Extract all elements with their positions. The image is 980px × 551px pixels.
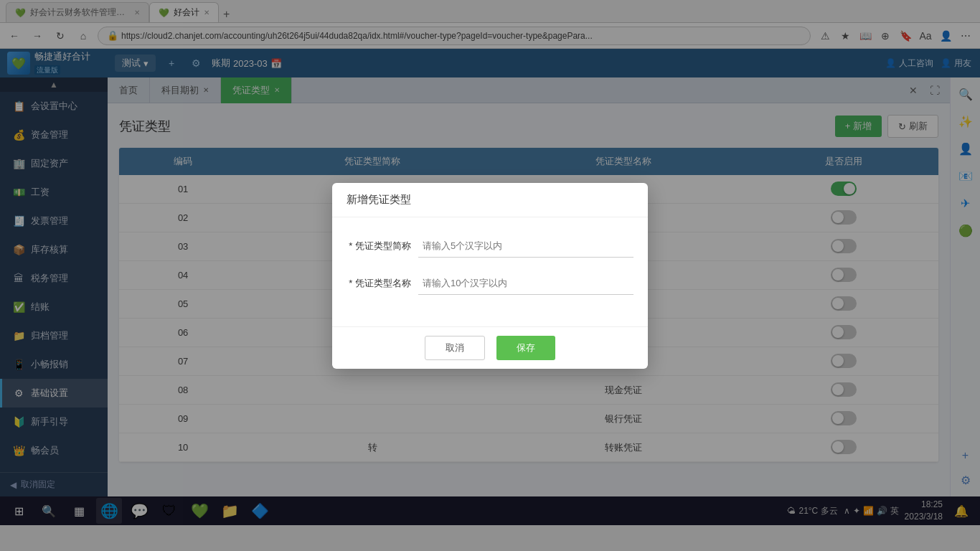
- modal-footer: 取消 保存: [332, 326, 648, 369]
- name-form-row: * 凭证类型名称: [347, 272, 633, 295]
- name-label: * 凭证类型名称: [347, 277, 411, 290]
- modal-header: 新增凭证类型: [332, 183, 648, 217]
- abbr-label: * 凭证类型简称: [347, 240, 411, 253]
- abbr-form-row: * 凭证类型简称: [347, 235, 633, 258]
- modal-overlay: 新增凭证类型 * 凭证类型简称 * 凭证类型名称 取消 保存: [0, 0, 980, 551]
- cancel-button[interactable]: 取消: [425, 336, 485, 360]
- modal-title: 新增凭证类型: [347, 193, 411, 205]
- add-voucher-type-modal: 新增凭证类型 * 凭证类型简称 * 凭证类型名称 取消 保存: [332, 183, 648, 369]
- save-button[interactable]: 保存: [496, 336, 555, 360]
- name-input[interactable]: [418, 272, 633, 295]
- modal-body: * 凭证类型简称 * 凭证类型名称: [332, 217, 648, 326]
- abbr-input[interactable]: [418, 235, 633, 258]
